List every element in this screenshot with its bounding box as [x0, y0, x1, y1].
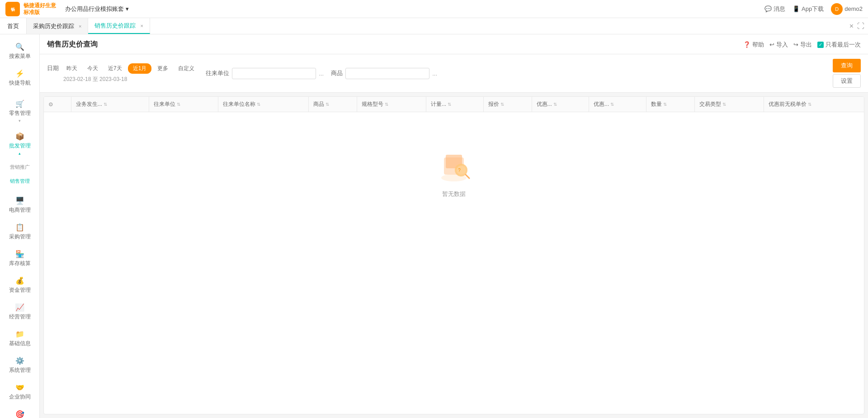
- user-menu[interactable]: D demo2: [831, 3, 863, 15]
- topbar-left: 畅 畅捷通好生意 标准版: [5, 2, 56, 16]
- tab-purchase-history[interactable]: 采购历史价跟踪 ×: [27, 18, 88, 34]
- tab-purchase-history-close[interactable]: ×: [79, 24, 81, 29]
- page-title-row: 销售历史价查询 ❓ 帮助 ↩ 导入 ↪ 导出: [47, 40, 861, 54]
- th-unit[interactable]: 计量... ⇅: [426, 97, 483, 112]
- ecommerce-icon: 🖥️: [15, 196, 24, 205]
- topbar-center: 办公用品行业模拟账套 ▾: [56, 5, 764, 13]
- sort-icon-qty: ⇅: [663, 102, 667, 107]
- goods-dots[interactable]: ...: [432, 70, 437, 77]
- th-discount1[interactable]: 优惠... ⇅: [532, 97, 589, 112]
- shortcut-icon: ⚡: [15, 69, 24, 78]
- page-title: 销售历史价查询: [47, 40, 98, 49]
- partner-filter-group: 往来单位 ...: [206, 68, 324, 79]
- app-selector[interactable]: 办公用品行业模拟账套 ▾: [65, 5, 129, 13]
- sidebar-item-system[interactable]: ⚙️ 系统管理: [0, 352, 39, 379]
- newbie-icon: 🎯: [15, 410, 24, 418]
- th-discount2[interactable]: 优惠... ⇅: [589, 97, 646, 112]
- sort-icon-discount2: ⇅: [610, 102, 614, 107]
- sidebar-item-basic[interactable]: 📁 基础信息: [0, 325, 39, 352]
- partner-dots[interactable]: ...: [319, 70, 324, 77]
- th-spec[interactable]: 规格型号 ⇅: [357, 97, 426, 112]
- empty-state: ? 暂无数据: [44, 112, 864, 234]
- date-btn-more[interactable]: 更多: [153, 63, 172, 74]
- th-partner-code[interactable]: 往来单位 ⇅: [149, 97, 218, 112]
- close-all-tabs-button[interactable]: ×: [849, 22, 854, 30]
- th-gear[interactable]: ⚙: [44, 97, 71, 112]
- enterprise-icon: 🤝: [15, 383, 24, 392]
- goods-input[interactable]: [345, 68, 429, 79]
- setting-button[interactable]: 设置: [833, 74, 861, 88]
- sidebar-item-ecommerce[interactable]: 🖥️ 电商管理: [0, 192, 39, 218]
- page-header: 销售历史价查询 ❓ 帮助 ↩ 导入 ↪ 导出: [40, 34, 868, 54]
- tab-sales-history-close[interactable]: ×: [140, 23, 143, 28]
- retail-icon: 🛒: [15, 100, 24, 108]
- help-button[interactable]: ❓ 帮助: [743, 41, 764, 49]
- table-header: ⚙ 业务发生... ⇅ 往来单位 ⇅: [44, 97, 864, 112]
- page-actions: ❓ 帮助 ↩ 导入 ↪ 导出 只看最后一次: [743, 41, 861, 49]
- th-trade-type[interactable]: 交易类型 ⇅: [694, 97, 764, 112]
- sort-icon-trade-type: ⇅: [722, 102, 726, 107]
- only-last-checkbox[interactable]: [817, 42, 824, 48]
- date-btn-custom[interactable]: 自定义: [174, 63, 198, 74]
- topbar: 畅 畅捷通好生意 标准版 办公用品行业模拟账套 ▾ 💬 消息 📱 App下载 D…: [0, 0, 868, 18]
- query-button[interactable]: 查询: [833, 59, 861, 72]
- gear-icon[interactable]: ⚙: [48, 101, 53, 108]
- sidebar-subitem-sales[interactable]: 销售管理: [10, 174, 30, 188]
- sidebar: 🔍 搜索菜单 ⚡ 快捷导航 🛒 零售管理 ▾ 📦 批发管理 ▴ 营销推广 销售管…: [0, 34, 40, 418]
- avatar: D: [831, 3, 843, 15]
- sidebar-item-inventory[interactable]: 🏪 库存核算: [0, 245, 39, 272]
- tabbar-actions: × ⛶: [849, 18, 868, 34]
- sidebar-item-shortcut[interactable]: ⚡ 快捷导航: [0, 65, 39, 91]
- sort-icon-pretax: ⇅: [808, 102, 811, 107]
- help-icon: ❓: [743, 41, 750, 48]
- logo-text: 畅捷通好生意 标准版: [24, 2, 56, 15]
- date-range-text: 2023-02-18 至 2023-03-18: [62, 76, 198, 83]
- th-biz-date[interactable]: 业务发生... ⇅: [71, 97, 149, 112]
- date-btn-yesterday[interactable]: 昨天: [62, 63, 81, 74]
- search-icon: 🔍: [15, 43, 24, 51]
- sidebar-item-purchase[interactable]: 📋 采购管理: [0, 218, 39, 245]
- finance-icon: 💰: [15, 276, 24, 285]
- empty-text: 暂无数据: [442, 190, 466, 198]
- import-button[interactable]: ↩ 导入: [769, 41, 788, 49]
- sidebar-item-search[interactable]: 🔍 搜索菜单: [0, 38, 39, 65]
- sort-icon-biz-date: ⇅: [104, 102, 107, 107]
- message-icon: 💬: [764, 5, 772, 12]
- topbar-right: 💬 消息 📱 App下载 D demo2: [764, 3, 863, 15]
- import-icon: ↩: [769, 41, 774, 48]
- sidebar-item-operations[interactable]: 📈 经营管理: [0, 299, 39, 325]
- date-label: 日期: [47, 63, 59, 72]
- empty-icon: ?: [436, 148, 472, 185]
- logo-icon: 畅: [5, 2, 20, 16]
- partner-input[interactable]: [232, 68, 316, 79]
- sidebar-item-newbie[interactable]: 🎯 新手引导: [0, 405, 39, 418]
- date-btn-1month[interactable]: 近1月: [128, 63, 152, 74]
- th-goods[interactable]: 商品 ⇅: [308, 97, 357, 112]
- sidebar-item-retail[interactable]: 🛒 零售管理 ▾: [0, 95, 39, 128]
- date-btn-7days[interactable]: 近7天: [104, 63, 126, 74]
- tab-home[interactable]: 首页: [0, 18, 27, 34]
- th-quote[interactable]: 报价 ⇅: [483, 97, 532, 112]
- sidebar-item-finance[interactable]: 💰 资金管理: [0, 272, 39, 299]
- message-button[interactable]: 💬 消息: [764, 5, 785, 13]
- sort-icon-partner-name: ⇅: [257, 102, 260, 107]
- tab-sales-history[interactable]: 销售历史价跟踪 ×: [88, 18, 150, 34]
- sidebar-item-enterprise[interactable]: 🤝 企业协同: [0, 379, 39, 405]
- app-download-button[interactable]: 📱 App下载: [793, 5, 824, 13]
- th-pretax[interactable]: 优惠前无税单价 ⇅: [764, 97, 864, 112]
- th-partner-name[interactable]: 往来单位名称 ⇅: [218, 97, 308, 112]
- inventory-icon: 🏪: [15, 250, 24, 258]
- sidebar-item-wholesale[interactable]: 📦 批发管理 ▴: [0, 128, 39, 160]
- date-btn-today[interactable]: 今天: [83, 63, 102, 74]
- export-button[interactable]: ↪ 导出: [793, 41, 812, 49]
- only-last-checkbox-label[interactable]: 只看最后一次: [817, 41, 861, 49]
- sidebar-subitem-marketing[interactable]: 营销推广: [10, 160, 30, 174]
- chevron-down-icon: ▾: [126, 5, 129, 12]
- phone-icon: 📱: [793, 5, 800, 12]
- svg-text:?: ?: [458, 168, 461, 173]
- wholesale-expand-icon: ▴: [19, 151, 21, 156]
- maximize-button[interactable]: ⛶: [857, 22, 864, 30]
- wholesale-icon: 📦: [15, 132, 24, 141]
- th-qty[interactable]: 数量 ⇅: [646, 97, 694, 112]
- sort-icon-goods: ⇅: [326, 102, 329, 107]
